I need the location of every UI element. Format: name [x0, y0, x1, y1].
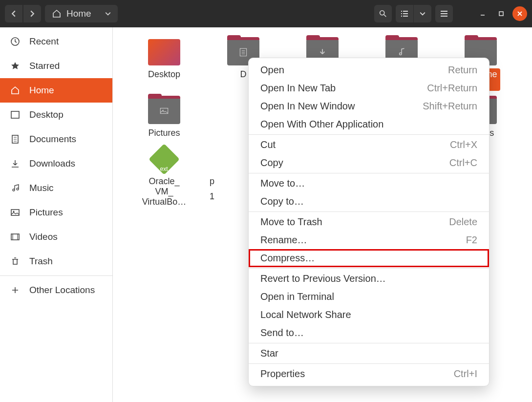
ctx-separator [249, 363, 489, 364]
sidebar-item-pictures[interactable]: Pictures [0, 200, 112, 225]
ctx-rename[interactable]: Rename… F2 [249, 231, 489, 249]
search-button[interactable] [374, 5, 392, 22]
ctx-separator [249, 343, 489, 343]
titlebar: Home [0, 0, 532, 27]
ctx-open-with[interactable]: Open With Other Application [249, 115, 489, 133]
ctx-label: Compress… [260, 253, 315, 264]
sidebar-item-label: Home [29, 85, 54, 96]
ctx-open[interactable]: Open Return [249, 61, 489, 79]
ctx-properties[interactable]: Properties Ctrl+I [249, 365, 489, 383]
sidebar-item-label: Other Locations [29, 285, 95, 296]
sidebar-item-label: Pictures [29, 207, 63, 218]
view-list-button[interactable] [396, 5, 413, 22]
file-label: Pictures [145, 127, 183, 139]
plus-icon [10, 285, 21, 296]
ctx-label: Move to Trash [260, 216, 322, 228]
sidebar: Recent Starred Home Desktop Documents Do… [0, 27, 113, 402]
file-item-pictures[interactable]: Pictures [128, 96, 201, 139]
sidebar-item-home[interactable]: Home [0, 78, 112, 103]
ctx-send-to[interactable]: Send to… [249, 324, 489, 342]
ctx-label: Open in Terminal [260, 291, 334, 302]
window-minimize-button[interactable] [475, 6, 490, 21]
documents-icon [10, 134, 21, 145]
ctx-label: Star [260, 348, 278, 359]
ctx-compress[interactable]: Compress… [249, 249, 489, 267]
ctx-label: Open In New Window [260, 101, 355, 112]
file-item-virtualbox-ext[interactable]: ext Oracle_ VM_ VirtualBo… [128, 144, 201, 208]
ctx-separator [249, 134, 489, 135]
svg-point-6 [13, 211, 15, 212]
sidebar-item-desktop[interactable]: Desktop [0, 103, 112, 127]
sidebar-item-videos[interactable]: Videos [0, 225, 112, 249]
ctx-open-terminal[interactable]: Open in Terminal [249, 288, 489, 306]
sidebar-item-label: Videos [29, 232, 58, 242]
sidebar-item-documents[interactable]: Documents [0, 127, 112, 151]
ctx-trash[interactable]: Move to Trash Delete [249, 213, 489, 231]
sidebar-item-label: Documents [29, 134, 76, 145]
music-icon [10, 183, 21, 193]
sidebar-item-starred[interactable]: Starred [0, 54, 112, 78]
ctx-open-new-tab[interactable]: Open In New Tab Ctrl+Return [249, 79, 489, 97]
ctx-label: Copy [260, 157, 283, 169]
svg-rect-9 [160, 108, 168, 114]
window-close-button[interactable] [512, 6, 527, 21]
sidebar-item-downloads[interactable]: Downloads [0, 151, 112, 176]
ctx-accel: Delete [449, 216, 477, 228]
ctx-network-share[interactable]: Local Network Share [249, 306, 489, 324]
file-label: D [237, 68, 250, 81]
path-label: Home [66, 8, 91, 19]
sidebar-item-recent[interactable]: Recent [0, 29, 112, 54]
nav-back-button[interactable] [5, 5, 22, 22]
ctx-accel: Ctrl+I [454, 368, 477, 380]
ctx-label: Open In New Tab [260, 83, 336, 94]
ctx-cut[interactable]: Cut Ctrl+X [249, 136, 489, 154]
file-label: p [207, 175, 217, 188]
context-menu: Open Return Open In New Tab Ctrl+Return … [248, 58, 489, 386]
folder-icon [148, 98, 180, 124]
sidebar-item-label: Downloads [29, 158, 75, 169]
ctx-separator [249, 173, 489, 173]
view-switcher [396, 5, 431, 22]
folder-icon [148, 39, 180, 65]
sidebar-item-label: Recent [29, 36, 59, 47]
sidebar-item-label: Starred [29, 61, 60, 71]
hamburger-menu-button[interactable] [435, 5, 453, 22]
ctx-revert[interactable]: Revert to Previous Version… [249, 270, 489, 288]
file-label: Desktop [145, 68, 183, 81]
ctx-label: Local Network Share [260, 309, 351, 320]
sidebar-item-other-locations[interactable]: Other Locations [0, 278, 112, 302]
ctx-label: Open With Other Application [260, 119, 383, 130]
sidebar-separator [0, 275, 112, 276]
ctx-star[interactable]: Star [249, 344, 489, 362]
ctx-accel: Return [448, 64, 477, 76]
ctx-open-new-window[interactable]: Open In New Window Shift+Return [249, 97, 489, 115]
ctx-copy[interactable]: Copy Ctrl+C [249, 154, 489, 172]
ctx-label: Move to… [260, 178, 305, 189]
sidebar-item-trash[interactable]: Trash [0, 249, 112, 274]
sidebar-item-label: Trash [29, 256, 53, 267]
ctx-label: Properties [260, 368, 305, 380]
ctx-label: Send to… [260, 327, 304, 339]
view-options-button[interactable] [414, 5, 431, 22]
download-icon [10, 158, 21, 169]
ctx-move-to[interactable]: Move to… [249, 174, 489, 192]
ctx-label: Cut [260, 139, 276, 150]
ctx-accel: Ctrl+Return [427, 83, 477, 94]
ctx-accel: Ctrl+X [450, 139, 477, 150]
package-icon: ext [148, 146, 180, 172]
ctx-copy-to[interactable]: Copy to… [249, 192, 489, 211]
home-icon [10, 85, 21, 96]
ctx-label: Copy to… [260, 196, 304, 207]
sidebar-item-music[interactable]: Music [0, 176, 112, 200]
svg-rect-5 [11, 210, 19, 215]
ctx-separator [249, 268, 489, 269]
path-bar[interactable]: Home [45, 5, 118, 22]
nav-forward-button[interactable] [23, 5, 41, 22]
window-maximize-button[interactable] [494, 6, 509, 21]
trash-icon [10, 256, 21, 267]
file-label: 1 [207, 190, 217, 203]
file-item-desktop[interactable]: Desktop [128, 37, 201, 91]
ctx-label: Open [260, 64, 284, 76]
sidebar-item-label: Desktop [29, 109, 64, 120]
desktop-icon [10, 109, 21, 120]
